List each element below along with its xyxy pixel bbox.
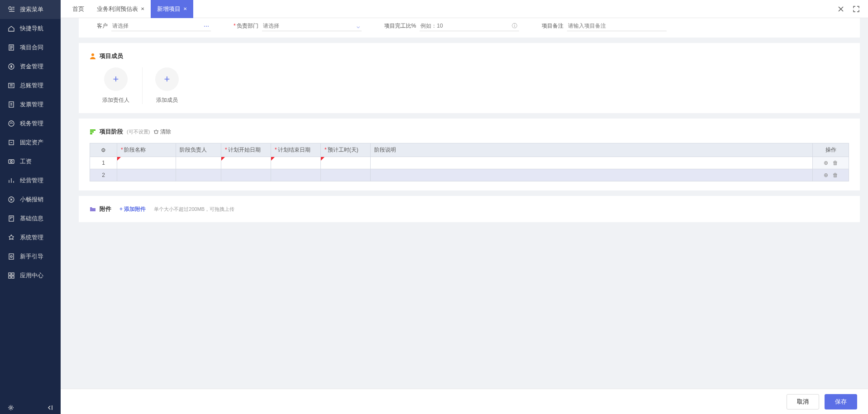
cell-end-date[interactable] <box>271 169 321 181</box>
stage-icon <box>90 128 96 135</box>
close-icon[interactable]: ✕ <box>141 6 144 11</box>
user-icon <box>90 53 96 59</box>
sidebar-item-salary[interactable]: 工资 <box>0 152 61 171</box>
info-icon <box>7 214 15 223</box>
cell-stage-owner[interactable] <box>176 169 221 181</box>
sidebar-item-guide[interactable]: 新手引导 <box>0 247 61 266</box>
col-op: 操作 <box>813 143 849 157</box>
svg-rect-13 <box>9 273 11 275</box>
sidebar-item-invoice[interactable]: 发票管理 <box>0 95 61 114</box>
svg-rect-3 <box>9 83 14 88</box>
col-gear[interactable]: ⚙ <box>90 143 117 157</box>
section-members: 项目成员 + 添加责任人 + 添加成员 <box>79 43 860 113</box>
remark-input[interactable] <box>567 21 667 31</box>
gear-icon[interactable] <box>7 404 14 411</box>
add-attachment-button[interactable]: + 添加附件 <box>119 205 146 213</box>
sidebar-item-label: 项目合同 <box>20 43 43 52</box>
section-stages: 项目阶段 (可不设置) 清除 ⚙ *阶段名称 阶段负责人 *计划开始日期 <box>79 119 860 190</box>
cell-start-date[interactable] <box>221 169 271 181</box>
section-attachments: 附件 + 添加附件 单个大小不超过200MB，可拖拽上传 <box>79 196 860 222</box>
col-end-date: *计划结束日期 <box>271 143 321 157</box>
add-owner-button[interactable]: + <box>104 67 128 91</box>
sidebar-item-label: 发票管理 <box>20 100 43 109</box>
sidebar-item-label: 总账管理 <box>20 81 43 90</box>
sidebar-item-label: 新手引导 <box>20 252 43 261</box>
search-list-icon <box>7 5 15 14</box>
department-select[interactable] <box>262 21 362 31</box>
svg-rect-11 <box>9 254 14 259</box>
stage-table: ⚙ *阶段名称 阶段负责人 *计划开始日期 *计划结束日期 *预计工时(天) 阶… <box>90 143 849 181</box>
delete-row-icon[interactable]: 🗑 <box>833 160 838 166</box>
footer-bar: 取消 保存 <box>61 389 868 414</box>
sidebar-item-label: 基础信息 <box>20 214 43 223</box>
cell-desc[interactable] <box>371 157 813 169</box>
sidebar-item-tax[interactable]: 税务管理 <box>0 114 61 133</box>
asset-icon <box>7 138 15 147</box>
field-label: *负责部门 <box>234 22 258 30</box>
tab-home[interactable]: 首页 <box>66 0 91 18</box>
more-icon[interactable]: ⋯ <box>204 23 209 29</box>
clear-stages-button[interactable]: 清除 <box>153 128 171 136</box>
cell-hours[interactable] <box>321 157 371 169</box>
close-panel-icon[interactable] <box>836 5 845 14</box>
cell-hours[interactable] <box>321 169 371 181</box>
close-icon[interactable]: ✕ <box>183 6 187 11</box>
cell-start-date[interactable] <box>221 157 271 169</box>
delete-row-icon[interactable]: 🗑 <box>833 172 838 178</box>
table-row[interactable]: 1 ⊕ 🗑 <box>90 157 849 169</box>
cell-op: ⊕ 🗑 <box>813 169 849 181</box>
sidebar-item-label: 搜索菜单 <box>20 5 43 14</box>
sidebar-item-basic-info[interactable]: 基础信息 <box>0 209 61 228</box>
content-area: 客户 ⋯ *负责部门 ⌵ 项目完工比% <box>61 18 868 414</box>
completion-input[interactable] <box>420 21 519 31</box>
col-hours: *预计工时(天) <box>321 143 371 157</box>
customer-select[interactable] <box>111 21 211 31</box>
sidebar-item-system[interactable]: 系统管理 <box>0 228 61 247</box>
sidebar-item-project-contract[interactable]: 项目合同 <box>0 38 61 57</box>
help-icon[interactable]: ⓘ <box>512 22 517 30</box>
cell-desc[interactable] <box>371 169 813 181</box>
field-customer: 客户 ⋯ <box>97 21 211 31</box>
app-center-icon <box>7 271 15 280</box>
tab-new-project[interactable]: 新增项目✕ <box>151 0 193 18</box>
ledger-icon <box>7 81 15 90</box>
sidebar-item-search-menu[interactable]: 搜索菜单 <box>0 0 61 19</box>
sidebar-bottom <box>0 399 61 414</box>
sidebar-item-funds[interactable]: 资金管理 <box>0 57 61 76</box>
save-button[interactable]: 保存 <box>825 394 857 409</box>
tab-profit-report[interactable]: 业务利润预估表✕ <box>91 0 151 18</box>
svg-point-0 <box>9 7 11 10</box>
cell-stage-name[interactable] <box>117 157 176 169</box>
cell-stage-name[interactable] <box>117 169 176 181</box>
sidebar-item-label: 工资 <box>20 157 32 166</box>
document-icon <box>7 43 15 52</box>
sidebar-item-operation[interactable]: 经营管理 <box>0 171 61 190</box>
svg-rect-20 <box>90 131 94 133</box>
cancel-button[interactable]: 取消 <box>787 394 819 409</box>
svg-rect-19 <box>90 129 95 131</box>
sidebar-item-label: 小畅报销 <box>20 195 43 204</box>
sidebar-item-reimburse[interactable]: 小畅报销 <box>0 190 61 209</box>
fullscreen-icon[interactable] <box>852 5 861 14</box>
add-row-icon[interactable]: ⊕ <box>824 160 828 166</box>
invoice-icon <box>7 100 15 109</box>
sidebar-item-app-center[interactable]: 应用中心 <box>0 266 61 285</box>
cell-stage-owner[interactable] <box>176 157 221 169</box>
add-row-icon[interactable]: ⊕ <box>824 172 828 178</box>
collapse-icon[interactable] <box>46 404 53 411</box>
cell-end-date[interactable] <box>271 157 321 169</box>
table-row[interactable]: 2 ⊕ 🗑 <box>90 169 849 181</box>
home-icon <box>7 24 15 33</box>
sidebar-item-label: 应用中心 <box>20 271 43 280</box>
svg-point-5 <box>9 121 14 126</box>
add-member-button[interactable]: + <box>155 67 179 91</box>
chevron-down-icon[interactable]: ⌵ <box>357 23 360 29</box>
operation-icon <box>7 176 15 185</box>
sidebar-item-ledger[interactable]: 总账管理 <box>0 76 61 95</box>
sidebar-item-quicknav[interactable]: 快捷导航 <box>0 19 61 38</box>
svg-rect-14 <box>12 273 14 275</box>
sidebar-item-label: 税务管理 <box>20 119 43 128</box>
sidebar-item-fixed-asset[interactable]: 固定资产 <box>0 133 61 152</box>
sidebar-item-label: 快捷导航 <box>20 24 43 33</box>
row-index: 1 <box>90 157 117 169</box>
